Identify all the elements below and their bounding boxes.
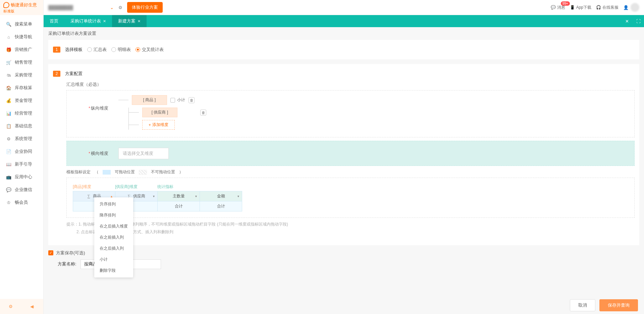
content-area: 采购订单统计表方案设置 1 选择模板 汇总表 明细表 交叉统计表 2 方案配置 …: [44, 27, 644, 314]
tab-purchase-stats[interactable]: 采购订单统计表✕: [64, 15, 112, 27]
nav-sales[interactable]: 🛒销售管理: [0, 56, 43, 69]
step-1-label: 选择模板: [65, 47, 83, 53]
col-label-stat: 统计指标: [157, 184, 173, 190]
menu-insert-dim-after[interactable]: 在之后插入维度: [94, 221, 133, 232]
avatar: [631, 3, 639, 12]
bag-icon: 🛍: [6, 72, 11, 78]
col-label-product: [商品]维度: [73, 184, 115, 190]
nav-operation[interactable]: 📊经营管理: [0, 107, 43, 120]
horizontal-dim-box: 横向维度 请选择交叉维度: [66, 141, 635, 166]
home-icon: ⌂: [6, 34, 11, 40]
indicator-legend: 模板指标设定（ 可拖动位置 不可拖动位置）: [66, 169, 635, 175]
settings-icon[interactable]: ⚙: [9, 304, 13, 309]
fullscreen-button[interactable]: ⛶: [633, 15, 644, 27]
trial-cta-button[interactable]: 体验行业方案: [127, 2, 163, 13]
step-2-badge: 2: [53, 71, 60, 77]
cell-total-amt: 合计: [200, 201, 242, 211]
gear-icon: ⚙: [6, 136, 11, 141]
chat-icon: 💬: [551, 5, 556, 10]
nav-finance[interactable]: 💰资金管理: [0, 94, 43, 107]
save-option-row[interactable]: ✓ 方案保存(可选): [48, 250, 639, 256]
brand-logo: 畅捷通好生意 标准版: [0, 0, 43, 15]
topbar-gear-icon[interactable]: ⚙: [118, 5, 122, 10]
vertical-dim-box: 纵向维度 [ 商品 ] 小计 🗑 [ 供应商: [66, 90, 635, 137]
nav-appcenter[interactable]: 📺应用中心: [0, 171, 43, 183]
delete-icon[interactable]: 🗑: [200, 110, 206, 116]
delete-icon[interactable]: 🗑: [189, 97, 195, 103]
collapse-icon[interactable]: ◀·: [30, 304, 35, 309]
add-dimension-button[interactable]: +添加维度: [142, 120, 175, 130]
header-qty[interactable]: 主数量▾: [158, 191, 200, 201]
step-1-badge: 1: [53, 47, 60, 53]
menu-insert-col-before[interactable]: 在之前插入列: [94, 232, 133, 243]
menu-sort-desc[interactable]: 降序排列: [94, 210, 133, 221]
user-menu[interactable]: 👤: [623, 3, 639, 12]
nav-wecom[interactable]: 💬企业微信: [0, 183, 43, 196]
tab-home[interactable]: 首页: [44, 15, 64, 27]
subtotal-checkbox[interactable]: 小计: [170, 97, 185, 103]
nav-member[interactable]: ♔畅会员: [0, 196, 43, 209]
tips: 提示：1. 拖动标题栏目字段位置可调整列顺序，不可跨维度或指标区域拖动栏目字段 …: [66, 221, 635, 236]
summary-dim-title: 汇总维度（必选）: [66, 81, 635, 87]
save-option-label: 方案保存(可选): [56, 250, 85, 256]
topbar: ████████ ⌄ ⚙ 体验行业方案 💬消息 📱App下载 🎧在线客服 👤: [44, 0, 644, 15]
checkbox-checked-icon: ✓: [48, 250, 53, 255]
nav-collab[interactable]: 📄企业协同: [0, 145, 43, 158]
save-and-query-button[interactable]: 保存并查询: [599, 299, 638, 311]
user-icon: 👤: [623, 5, 629, 10]
step-2-label: 方案配置: [65, 71, 83, 77]
sidebar: 畅捷通好生意 标准版 🔍搜索菜单 ⌂快捷导航 🎁营销推广 🛒销售管理 🛍采购管理…: [0, 0, 44, 314]
gift-icon: 🎁: [6, 47, 11, 52]
cross-dim-select[interactable]: 请选择交叉维度: [118, 148, 169, 159]
menu-sort-asc[interactable]: 升序排列: [94, 199, 133, 210]
step-1-row: 1 选择模板 汇总表 明细表 交叉统计表: [53, 45, 635, 55]
footer-actions: 取消 保存并查询: [564, 297, 644, 314]
plus-icon: +: [149, 123, 151, 127]
nav-inventory[interactable]: 🏠库存核算: [0, 81, 43, 94]
menu-delete-field[interactable]: 删除字段: [94, 265, 133, 276]
plan-name-label: 方案名称:: [58, 261, 76, 267]
nav-guide[interactable]: 📖新手引导: [0, 158, 43, 171]
nav-marketing[interactable]: 🎁营销推广: [0, 43, 43, 56]
cart-icon: 🛒: [6, 60, 11, 65]
cell-total-qty: 合计: [158, 201, 200, 211]
online-service-button[interactable]: 🎧在线客服: [596, 5, 619, 10]
cancel-button[interactable]: 取消: [570, 299, 595, 311]
radio-cross[interactable]: 交叉统计表: [136, 47, 164, 53]
nav-quicknav[interactable]: ⌂快捷导航: [0, 30, 43, 43]
phone-icon: 📱: [570, 5, 575, 10]
menu-subtotal[interactable]: 小计: [94, 254, 133, 265]
radio-summary[interactable]: 汇总表: [87, 47, 107, 53]
nav-search[interactable]: 🔍搜索菜单: [0, 18, 43, 30]
header-amount[interactable]: 金额▾: [200, 191, 242, 201]
page-title: 采购订单统计表方案设置: [44, 27, 644, 40]
search-icon: 🔍: [6, 21, 11, 27]
close-all-tabs-button[interactable]: ✕: [621, 15, 633, 27]
close-icon[interactable]: ✕: [103, 19, 106, 23]
tabbar: 首页 采购订单统计表✕ 新建方案✕ ✕ ⛶: [44, 15, 644, 27]
messages-button[interactable]: 💬消息: [551, 5, 565, 10]
radio-detail[interactable]: 明细表: [111, 47, 131, 53]
dim-chip-product[interactable]: [ 商品 ]: [132, 95, 167, 105]
app-download-button[interactable]: 📱App下载: [570, 5, 591, 10]
chevron-down-icon[interactable]: ⌄: [110, 5, 114, 10]
sidebar-nav: 🔍搜索菜单 ⌂快捷导航 🎁营销推广 🛒销售管理 🛍采购管理 🏠库存核算 💰资金管…: [0, 15, 43, 299]
nav-basic[interactable]: 📋基础信息: [0, 120, 43, 132]
chevron-down-icon: ▾: [237, 194, 239, 198]
menu-insert-col-after[interactable]: 在之后插入列: [94, 243, 133, 254]
chevron-down-icon: ▾: [195, 194, 197, 198]
indicator-grid: [商品]维度 [供应商]维度 统计指标 ∑商品▴ ∑供应商▾ 主数量▾ 金额▾: [66, 178, 635, 218]
team-icon: 📄: [6, 149, 11, 154]
vertical-dim-label: 纵向维度: [71, 95, 108, 111]
brand-icon: [3, 2, 9, 8]
tab-new-plan[interactable]: 新建方案✕: [112, 15, 147, 27]
headset-icon: 🎧: [596, 5, 601, 10]
company-selector[interactable]: ████████: [48, 5, 105, 10]
wechat-icon: 💬: [6, 187, 11, 192]
dim-chip-supplier[interactable]: [ 供应商 ]: [142, 108, 177, 117]
col-label-supplier: [供应商]维度: [115, 184, 157, 190]
close-icon[interactable]: ✕: [138, 19, 141, 23]
book-icon: 📖: [6, 162, 11, 167]
nav-system[interactable]: ⚙系统管理: [0, 132, 43, 145]
nav-purchase[interactable]: 🛍采购管理: [0, 69, 43, 81]
